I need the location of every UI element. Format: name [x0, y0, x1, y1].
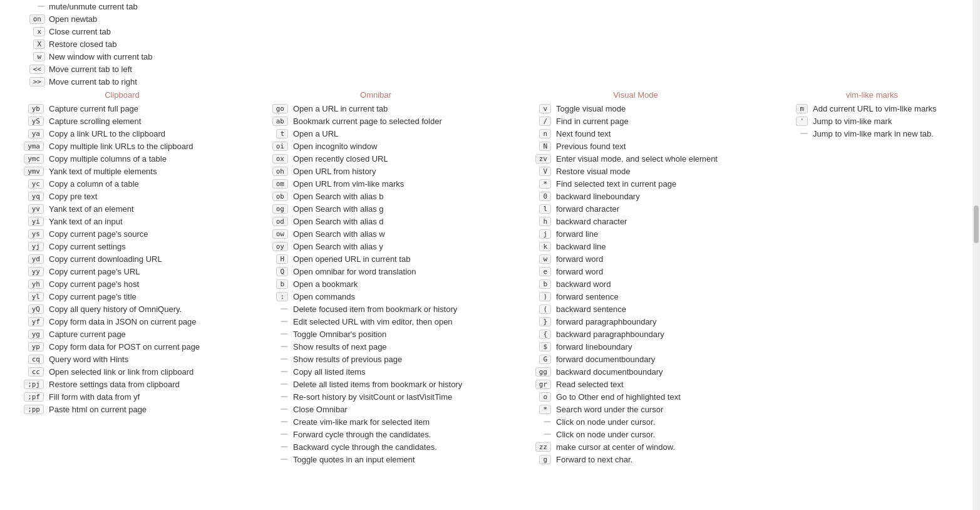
key-badge: H	[276, 254, 288, 264]
label-cell: Open Search with alias y	[292, 242, 503, 251]
key-badge: b	[276, 279, 288, 289]
key-badge: j	[539, 229, 551, 239]
shortcut-row: cq Query word with Hints	[4, 353, 240, 365]
label-cell: backward documentboundary	[555, 367, 760, 377]
visual-header[interactable]: Visual Mode	[511, 88, 760, 102]
label-cell: Open a URL in current tab	[292, 104, 503, 113]
label-cell: Previous found text	[555, 142, 760, 151]
key-badge: yq	[28, 192, 44, 201]
label-cell: Open commands	[292, 292, 503, 301]
clipboard-column: Clipboard yb Capture current full page y…	[0, 88, 244, 466]
label-cell: Copy current page's title	[48, 292, 240, 301]
key-cell: yp	[4, 342, 48, 351]
key-badge: yy	[28, 267, 44, 276]
shortcut-row: Backward cycle through the candidates.	[248, 440, 503, 453]
key-cell: x	[5, 27, 49, 36]
key-badge: $	[539, 342, 551, 351]
label-cell: Close current tab	[49, 27, 975, 36]
label-cell: Open newtab	[49, 14, 975, 24]
label-cell: Copy pre text	[48, 192, 240, 201]
key-badge	[281, 446, 288, 447]
key-badge	[281, 333, 288, 335]
key-badge: oi	[272, 142, 288, 151]
key-cell	[768, 133, 812, 134]
shortcut-row: / Find in current page	[511, 115, 760, 127]
key-cell: yh	[4, 279, 48, 289]
key-cell: l	[511, 204, 555, 214]
key-badge	[800, 133, 808, 134]
top-row: x Close current tab	[5, 25, 975, 38]
scrollbar[interactable]	[972, 0, 980, 466]
key-badge	[281, 321, 288, 322]
label-cell: Forward to next char.	[555, 455, 760, 464]
label-cell: forward paragraphboundary	[555, 317, 760, 326]
shortcut-row: ymv Yank text of multiple elements	[4, 165, 240, 177]
key-cell: yb	[4, 104, 48, 113]
label-cell: Next found text	[555, 129, 760, 138]
key-cell: gr	[511, 380, 555, 389]
shortcut-row: e forward word	[511, 265, 760, 278]
label-cell: Delete focused item from bookmark or his…	[292, 304, 503, 314]
key-cell: ;pp	[4, 405, 48, 414]
shortcut-row: oi Open incognito window	[248, 140, 503, 152]
omnibar-header[interactable]: Omnibar	[248, 88, 503, 102]
key-cell: oh	[248, 167, 292, 176]
key-badge: zv	[535, 154, 551, 164]
label-cell: Backward cycle through the candidates.	[292, 442, 503, 452]
vimmarks-header[interactable]: vim-like marks	[768, 88, 976, 102]
key-badge: og	[272, 204, 288, 214]
key-cell: w	[5, 52, 49, 61]
key-cell: yj	[4, 242, 48, 251]
shortcut-row: yq Copy pre text	[4, 190, 240, 202]
label-cell: forward character	[555, 204, 760, 214]
label-cell: forward documentboundary	[555, 355, 760, 364]
shortcut-row: b backward word	[511, 278, 760, 290]
key-cell: v	[511, 104, 555, 113]
key-badge: Q	[276, 267, 288, 276]
label-cell: Copy current page's host	[48, 279, 240, 289]
label-cell: Copy form data in JSON on current page	[48, 317, 240, 326]
shortcut-row: * Find selected text in current page	[511, 177, 760, 190]
key-cell: ymc	[4, 154, 48, 164]
key-cell: <<	[5, 65, 49, 74]
label-cell: mute/unmute current tab	[49, 2, 975, 11]
label-cell: Edit selected URL with vim editor, then …	[292, 317, 503, 326]
scrollbar-thumb[interactable]	[974, 206, 979, 243]
key-cell: n	[511, 129, 555, 138]
key-cell	[5, 6, 49, 7]
key-cell: zv	[511, 154, 555, 164]
shortcut-row: ) forward sentence	[511, 290, 760, 303]
key-cell: yy	[4, 267, 48, 276]
shortcut-row: oy Open Search with alias y	[248, 240, 503, 252]
key-cell: cc	[4, 367, 48, 377]
label-cell: Copy all query history of OmniQuery.	[48, 304, 240, 314]
shortcut-row: m Add current URL to vim-like marks	[768, 102, 976, 115]
key-badge	[281, 371, 288, 372]
key-cell: yi	[4, 217, 48, 226]
key-cell: om	[248, 179, 292, 189]
key-cell: oi	[248, 142, 292, 151]
key-badge: yc	[28, 179, 44, 189]
key-cell: og	[248, 204, 292, 214]
key-cell: ;pf	[4, 392, 48, 402]
key-badge: n	[539, 129, 551, 138]
label-cell: Move current tab to right	[49, 77, 975, 86]
key-cell: H	[248, 254, 292, 264]
shortcut-row: yd Copy current downloading URL	[4, 252, 240, 265]
shortcut-row: Forward cycle through the candidates.	[248, 428, 503, 440]
shortcut-row: Show results of next page	[248, 340, 503, 353]
shortcut-row: v Toggle visual mode	[511, 102, 760, 115]
key-badge: >>	[29, 77, 45, 86]
clipboard-header[interactable]: Clipboard	[4, 88, 240, 102]
shortcut-row: yy Copy current page's URL	[4, 265, 240, 278]
label-cell: Copy form data for POST on current page	[48, 342, 240, 351]
key-cell: yv	[4, 204, 48, 214]
key-badge: )	[539, 292, 551, 301]
key-badge: gr	[535, 380, 551, 389]
key-badge: yi	[28, 217, 44, 226]
key-cell: ow	[248, 229, 292, 239]
label-cell: Enter visual mode, and select whole elem…	[555, 154, 760, 164]
key-badge: ymc	[24, 154, 44, 164]
key-cell: m	[768, 104, 812, 113]
shortcut-row: Create vim-like mark for selected item	[248, 415, 503, 428]
